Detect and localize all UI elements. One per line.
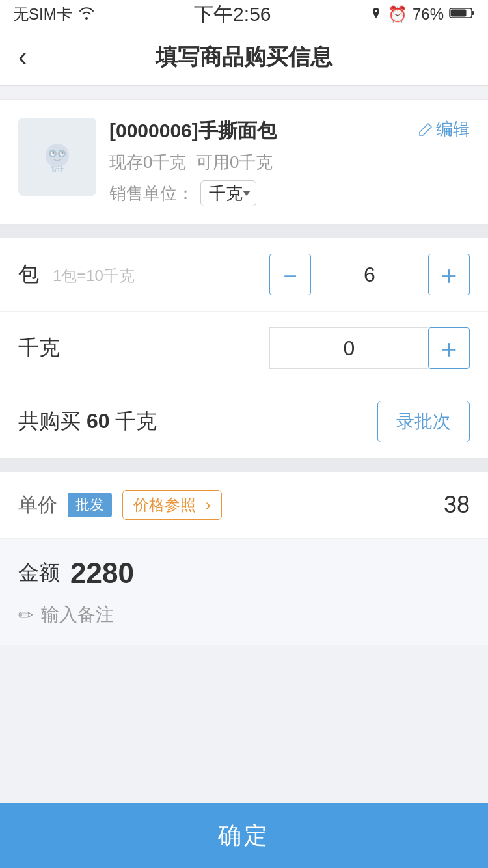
remark-row[interactable]: ✏ 输入备注	[18, 603, 470, 627]
kg-quantity-control: ＋	[269, 327, 470, 369]
empty-area	[0, 645, 488, 815]
bag-row: 包 1包=10千克 － ＋	[0, 238, 488, 312]
battery-label: 76%	[413, 5, 444, 23]
product-image: 智计	[18, 118, 96, 196]
svg-point-9	[53, 152, 55, 154]
svg-point-4	[46, 144, 69, 167]
section-divider-2	[0, 459, 488, 472]
location-icon	[370, 5, 383, 23]
product-unit: 销售单位： 千克	[109, 180, 470, 206]
kg-label: 千克	[18, 334, 269, 362]
product-stock: 现存0千克 可用0千克	[109, 151, 470, 174]
price-row: 单价 批发 价格参照 › 38	[0, 472, 488, 539]
kg-plus-button[interactable]: ＋	[428, 327, 470, 369]
price-reference-button[interactable]: 价格参照 ›	[122, 490, 222, 520]
status-bar-time: 下午2:56	[194, 1, 271, 28]
svg-rect-2	[472, 11, 474, 15]
product-info: [0000006]手撕面包 编辑 现存0千克 可用0千克 销售单位： 千克	[109, 118, 470, 206]
bag-minus-button[interactable]: －	[269, 254, 311, 295]
edit-button[interactable]: 编辑	[418, 118, 470, 141]
confirm-button[interactable]: 确定	[0, 803, 488, 868]
amount-label: 金额	[18, 559, 60, 588]
section-divider-1	[0, 225, 488, 238]
bag-hint: 1包=10千克	[53, 267, 135, 284]
svg-text:智计: 智计	[51, 165, 64, 172]
kg-row: 千克 ＋	[0, 312, 488, 385]
bag-plus-button[interactable]: ＋	[428, 254, 470, 295]
price-value: 38	[444, 491, 470, 519]
amount-section: 金额 2280 ✏ 输入备注	[0, 539, 488, 645]
remark-icon: ✏	[18, 604, 33, 626]
status-bar-right: ⏰ 76%	[370, 5, 475, 23]
svg-rect-3	[450, 10, 466, 17]
battery-icon	[449, 5, 475, 23]
total-label: 共购买 60 千克	[18, 407, 157, 436]
bag-quantity-control: － ＋	[269, 254, 470, 295]
price-type-tag: 批发	[68, 493, 112, 517]
product-card: 智计 [0000006]手撕面包 编辑 现存0千克 可用0千克 销售单位： 千克	[0, 99, 488, 225]
product-name: [0000006]手撕面包	[109, 118, 277, 144]
kg-quantity-input[interactable]	[269, 327, 428, 369]
page-title: 填写商品购买信息	[156, 42, 332, 72]
amount-row: 金额 2280	[18, 557, 470, 590]
unit-select[interactable]: 千克	[200, 180, 256, 206]
total-row: 共购买 60 千克 录批次	[0, 385, 488, 459]
status-bar-left: 无SIM卡	[13, 4, 96, 25]
status-bar: 无SIM卡 下午2:56 ⏰ 76%	[0, 0, 488, 29]
price-label: 单价	[18, 492, 57, 519]
bag-quantity-input[interactable]	[311, 254, 428, 295]
back-button[interactable]: ‹	[18, 42, 27, 72]
carrier-label: 无SIM卡	[13, 4, 72, 25]
svg-point-10	[62, 152, 64, 154]
bag-label: 包 1包=10千克	[18, 260, 269, 289]
input-section: 包 1包=10千克 － ＋ 千克 ＋	[0, 238, 488, 385]
record-batch-button[interactable]: 录批次	[377, 401, 470, 442]
nav-bar: ‹ 填写商品购买信息	[0, 29, 488, 86]
remark-label: 输入备注	[41, 603, 114, 627]
wifi-icon	[77, 5, 96, 23]
amount-value: 2280	[70, 557, 134, 590]
alarm-icon: ⏰	[388, 5, 407, 23]
svg-point-0	[375, 10, 377, 12]
